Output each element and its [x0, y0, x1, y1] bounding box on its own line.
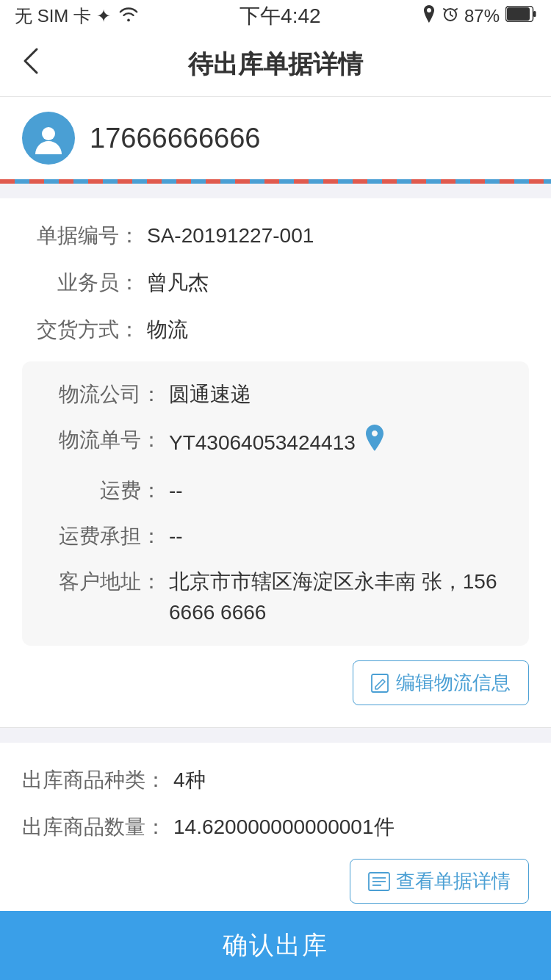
view-btn-row: 查看单据详情: [22, 859, 529, 904]
goods-types-label: 出库商品种类：: [22, 765, 166, 796]
order-no-label: 单据编号：: [22, 220, 140, 251]
salesman-value: 曾凡杰: [140, 267, 529, 298]
wifi-icon: [118, 6, 139, 26]
back-button[interactable]: [22, 39, 54, 90]
edit-btn-row: 编辑物流信息: [22, 660, 529, 705]
section-separator: [0, 727, 551, 728]
dashed-divider: [0, 179, 551, 184]
avatar: [22, 112, 75, 165]
tracking-location-icon[interactable]: [363, 425, 386, 461]
freight-bearer-label: 运费承担：: [44, 521, 162, 552]
sim-status: 无 SIM 卡 ✦: [15, 4, 111, 28]
freight-bearer-value: --: [162, 521, 507, 552]
view-detail-button[interactable]: 查看单据详情: [350, 859, 529, 904]
tracking-row: 物流单号： YT43064053424413: [44, 425, 507, 461]
svg-point-4: [42, 127, 55, 140]
company-value: 圆通速递: [162, 379, 507, 410]
delivery-label: 交货方式：: [22, 314, 140, 345]
goods-section: 出库商品种类： 4种 出库商品数量： 14.620000000000001件 查…: [0, 743, 551, 926]
freight-value: --: [162, 475, 507, 506]
status-left: 无 SIM 卡 ✦: [15, 4, 139, 28]
svg-rect-3: [507, 7, 530, 21]
status-right: 87%: [422, 5, 536, 27]
salesman-row: 业务员： 曾凡杰: [22, 267, 529, 298]
freight-label: 运费：: [44, 475, 162, 506]
svg-rect-2: [533, 11, 536, 17]
delivery-row: 交货方式： 物流: [22, 314, 529, 345]
edit-logistics-button[interactable]: 编辑物流信息: [353, 660, 529, 705]
nav-bar: 待出库单据详情: [0, 32, 551, 97]
company-label: 物流公司：: [44, 379, 162, 410]
confirm-outbound-button[interactable]: 确认出库: [223, 929, 328, 962]
freight-bearer-row: 运费承担： --: [44, 521, 507, 552]
freight-row: 运费： --: [44, 475, 507, 506]
goods-types-value: 4种: [166, 765, 529, 796]
status-bar: 无 SIM 卡 ✦ 下午4:42 87%: [0, 0, 551, 32]
delivery-value: 物流: [140, 314, 529, 345]
salesman-label: 业务员：: [22, 267, 140, 298]
order-no-row: 单据编号： SA-20191227-001: [22, 220, 529, 251]
basic-info-section: 单据编号： SA-20191227-001 业务员： 曾凡杰 交货方式： 物流 …: [0, 198, 551, 727]
alarm-icon: [442, 5, 458, 27]
address-row: 客户地址： 北京市市辖区海淀区永丰南 张，156 6666 6666: [44, 566, 507, 628]
address-value: 北京市市辖区海淀区永丰南 张，156 6666 6666: [162, 566, 507, 628]
user-header: 17666666666: [0, 97, 551, 179]
battery-icon: [505, 6, 536, 26]
goods-types-row: 出库商品种类： 4种: [22, 765, 529, 796]
tracking-label: 物流单号：: [44, 425, 162, 455]
page-title: 待出库单据详情: [188, 48, 363, 82]
confirm-btn-wrap: 确认出库: [0, 911, 551, 980]
status-time: 下午4:42: [240, 2, 321, 30]
goods-quantity-value: 14.620000000000001件: [166, 812, 529, 843]
logistics-card: 物流公司： 圆通速递 物流单号： YT43064053424413 运费： --…: [22, 361, 529, 646]
company-row: 物流公司： 圆通速递: [44, 379, 507, 410]
tracking-value: YT43064053424413: [162, 425, 507, 461]
battery-text: 87%: [464, 6, 500, 26]
goods-quantity-label: 出库商品数量：: [22, 812, 166, 843]
order-no-value: SA-20191227-001: [140, 220, 529, 251]
address-label: 客户地址：: [44, 566, 162, 597]
goods-quantity-row: 出库商品数量： 14.620000000000001件: [22, 812, 529, 843]
user-phone: 17666666666: [90, 123, 260, 154]
location-active-icon: [422, 5, 436, 27]
